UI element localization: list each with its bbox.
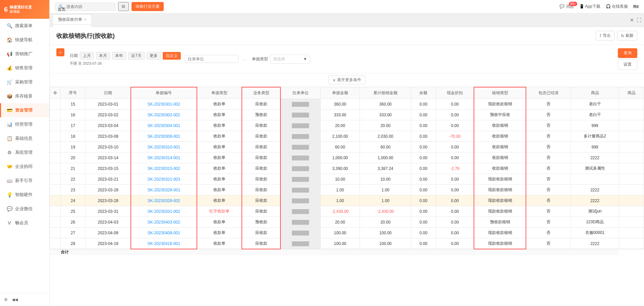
cell-voucher_no[interactable]: SK-20230302-002 (131, 110, 197, 120)
cell-amount: -2,430.00 (320, 206, 360, 217)
voucher-link[interactable]: SK-20230302-002 (148, 113, 180, 117)
voucher-link[interactable]: SK-20230310-001 (148, 145, 180, 149)
cell-voucher_no[interactable]: SK-20230328-002 (131, 195, 197, 206)
export-button[interactable]: ⤴ 导出 (596, 31, 614, 41)
voucher-link[interactable]: SK-20230418-001 (148, 241, 180, 246)
online-service-link[interactable]: 🎧 在线客服 (606, 4, 628, 9)
cell-amount: 333.00 (320, 110, 360, 120)
cell-include_settled: 否 (526, 217, 571, 228)
voucher-link[interactable]: SK-20230328-001 (148, 188, 180, 192)
voucher-link[interactable]: SK-20230331-002 (148, 209, 180, 214)
partner-input[interactable] (185, 55, 238, 63)
cell-voucher_no[interactable]: SK-20230308-001 (131, 131, 197, 142)
user-name[interactable]: Rit (633, 4, 639, 9)
voucher-link[interactable]: SK-20230321-003 (148, 177, 180, 182)
cell-biz_type: 应收款 (242, 142, 280, 152)
chevron-down-icon: ∨ (333, 78, 336, 82)
table-row: 252023-03-31SK-20230331-002红字收款单应收款█████… (50, 206, 644, 217)
filter-row: 日期 上月 本月 本年 近7天 更多 自定义 不限 至 2023-07-26 (70, 48, 637, 70)
app-download-link[interactable]: 📱 App下载 (579, 4, 600, 9)
cell-voucher_no[interactable]: SK-20230408-001 (131, 228, 197, 238)
cell-goods2 (619, 131, 644, 142)
cell-goods2 (619, 142, 644, 152)
tab-close-receivable[interactable]: × (84, 18, 86, 21)
sidebar-item-finance[interactable]: 💳资金管理 (0, 103, 49, 117)
cell-settings (50, 99, 61, 110)
cell-balance: 0.00 (411, 142, 436, 152)
cell-goods2 (619, 120, 644, 131)
voucher-link[interactable]: SK-20230304-001 (148, 123, 180, 128)
industry-solution-button[interactable]: 体验行业方案 (131, 2, 164, 11)
date-custom[interactable]: 自定义 (163, 52, 181, 60)
cell-voucher_no[interactable]: SK-20230310-001 (131, 142, 197, 152)
sidebar-item-quicknav[interactable]: 🏠快捷导航 (0, 33, 49, 47)
voucher-link[interactable]: SK-20230408-001 (148, 231, 180, 235)
sidebar-item-purchase[interactable]: 🛒采购管理 (0, 75, 49, 89)
expand-more-button[interactable]: ∨ 展开更多条件 (328, 75, 366, 84)
cell-voucher_no[interactable]: SK-20230331-002 (131, 206, 197, 217)
cell-voucher_no[interactable]: SK-20230301-002 (131, 99, 197, 110)
voucher-link[interactable]: SK-20230314-001 (148, 156, 180, 160)
cell-voucher_no[interactable]: SK-20230314-001 (131, 152, 197, 163)
sidebar-item-operation[interactable]: 📊经营管理 (0, 117, 49, 131)
voucher-link[interactable]: SK-20230308-001 (148, 134, 180, 139)
cell-goods2 (619, 206, 644, 217)
date-this-year[interactable]: 本年 (112, 52, 126, 60)
setting-button[interactable]: 设置 (618, 59, 637, 70)
cell-voucher_no[interactable]: SK-20230418-001 (131, 238, 197, 249)
cell-balance: 0.00 (411, 99, 436, 110)
sidebar-item-hardware[interactable]: 💡智能硬件 (0, 188, 49, 202)
cell-biz_type: 应收款 (242, 99, 280, 110)
sidebar-item-marketing[interactable]: 📢营销推广 (0, 47, 49, 61)
cell-voucher_no[interactable]: SK-20230321-003 (131, 174, 197, 185)
cell-goods2 (619, 195, 644, 206)
sidebar-item-wechat[interactable]: 💬企业微信 (0, 202, 49, 216)
cell-amount: 360.00 (320, 99, 360, 110)
query-button[interactable]: 查询 (618, 48, 637, 58)
sidebar-item-basic[interactable]: 📋基础信息 (0, 131, 49, 145)
date-last-month[interactable]: 上月 (80, 52, 94, 60)
sidebar-item-search[interactable]: 🔍搜索菜单 (0, 19, 49, 33)
cell-partner: ██████ (280, 174, 320, 185)
maximize-button[interactable]: ⛶ (637, 17, 641, 23)
voucher-link[interactable]: SK-20230301-002 (148, 102, 180, 107)
filter-toggle-button[interactable]: » (56, 48, 64, 56)
cell-balance: 0.00 (411, 195, 436, 206)
sidebar-item-guide[interactable]: 📖新手引导 (0, 174, 49, 188)
date-7days[interactable]: 近7天 (128, 52, 145, 60)
collapse-icon[interactable]: ◀◀ (12, 297, 18, 302)
sidebar-item-sales[interactable]: 💰销售管理 (0, 61, 49, 75)
cell-date: 2023-04-18 (85, 238, 131, 249)
tab-home[interactable]: 首页 (52, 5, 92, 14)
cell-partner: ██████ (280, 110, 320, 120)
sidebar-item-inventory[interactable]: 📦库存核算 (0, 89, 49, 103)
cell-voucher_no[interactable]: SK-20230403-002 (131, 217, 197, 228)
settings-icon[interactable]: ⚙ (4, 297, 8, 302)
sidebar-item-enterprise[interactable]: 🤝企业协同 (0, 160, 49, 174)
sidebar-label-guide: 新手引导 (15, 178, 33, 184)
voucher-link[interactable]: SK-20230328-002 (148, 198, 180, 203)
voucher-link[interactable]: SK-20230315-002 (148, 166, 180, 171)
message-area[interactable]: 💬 消息 99+ (559, 4, 574, 9)
date-more[interactable]: 更多 (147, 52, 161, 60)
voucher-type-select[interactable]: 请选择 ▼ (270, 55, 310, 64)
cell-date: 2023-03-28 (85, 185, 131, 195)
cell-voucher_no[interactable]: SK-20230315-002 (131, 163, 197, 174)
cell-voucher_no[interactable]: SK-20230304-001 (131, 120, 197, 131)
cell-amount: 10.00 (320, 174, 360, 185)
cell-voucher_no[interactable]: SK-20230328-001 (131, 185, 197, 195)
sidebar-item-system[interactable]: ⚙系统管理 (0, 145, 49, 160)
operation-icon: 📊 (6, 122, 12, 127)
close-window-button[interactable]: ✕ (630, 17, 634, 23)
settings-button[interactable]: ⚙ (118, 2, 129, 11)
refresh-button[interactable]: ↻ 刷新 (617, 31, 637, 41)
voucher-link[interactable]: SK-20230403-002 (148, 220, 180, 225)
cell-voucher_type: 收款单 (197, 217, 242, 228)
date-this-month[interactable]: 本月 (96, 52, 110, 60)
sidebar-item-member[interactable]: V畅会员 (0, 216, 49, 230)
cell-cash_discount: 0.00 (436, 238, 474, 249)
cell-voucher_type: 收款单 (197, 185, 242, 195)
tab-receivable[interactable]: 预收应收付单× (52, 14, 92, 24)
cell-partner: ██████ (280, 131, 320, 142)
cell-seq: 26 (61, 217, 86, 228)
